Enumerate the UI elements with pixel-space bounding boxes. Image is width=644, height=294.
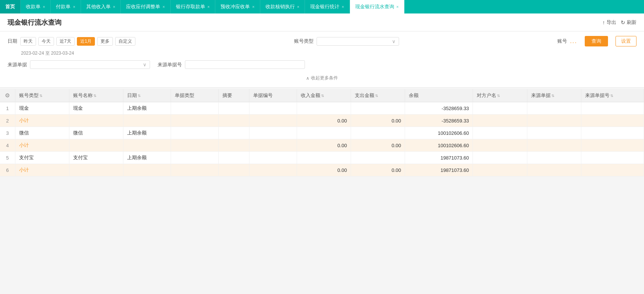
export-button[interactable]: ↑ 导出 xyxy=(602,19,616,26)
nav-ap-adjust[interactable]: 应收应付调整单 × xyxy=(121,0,170,13)
nav-other-income[interactable]: 其他收入单 × xyxy=(81,0,121,13)
balance-cell: -3528659.33 xyxy=(405,102,473,115)
col-doc-no: 单据编号 xyxy=(249,89,297,102)
balance-cell: 100102606.60 xyxy=(405,139,473,152)
date-custom[interactable]: 自定义 xyxy=(115,37,135,46)
top-nav: 首页 收款单 × 付款单 × 其他收入单 × 应收应付调整单 × 银行存取款单 … xyxy=(0,0,644,13)
nav-advance-offset-close[interactable]: × xyxy=(252,4,254,9)
account-type-select[interactable]: ∨ xyxy=(317,37,399,46)
query-button[interactable]: 查询 xyxy=(585,36,608,46)
source-doc-no-cell xyxy=(581,115,644,127)
account-name-cell: 支付宝 xyxy=(69,152,123,164)
account-type-cell: 小计 xyxy=(15,139,69,152)
income-cell xyxy=(297,127,351,139)
expense-cell: 0.00 xyxy=(351,139,405,152)
account-type-cell: 小计 xyxy=(15,115,69,127)
collapse-label: 收起更多条件 xyxy=(311,75,338,81)
col-date[interactable]: 日期⇅ xyxy=(123,89,171,102)
date-yesterday[interactable]: 昨天 xyxy=(20,37,36,46)
date-1month[interactable]: 近1月 xyxy=(77,37,95,46)
summary-cell xyxy=(218,139,249,152)
page-title: 现金银行流水查询 xyxy=(8,18,62,27)
date-7days[interactable]: 近7天 xyxy=(56,37,75,46)
col-income[interactable]: 收入金额⇅ xyxy=(297,89,351,102)
page-header: 现金银行流水查询 ↑ 导出 ↻ 刷新 xyxy=(0,13,644,31)
seq-cell: 1 xyxy=(0,102,15,115)
income-cell: 0.00 xyxy=(297,164,351,176)
doc-no-cell xyxy=(249,102,297,115)
nav-cash-bank-stat-close[interactable]: × xyxy=(342,4,344,9)
seq-cell: 4 xyxy=(0,139,15,152)
nav-receipt[interactable]: 收款单 × xyxy=(21,0,51,13)
source-doc-no-input[interactable] xyxy=(185,60,305,69)
col-expense[interactable]: 支出金额⇅ xyxy=(351,89,405,102)
account-name-cell xyxy=(69,164,123,176)
doc-type-cell xyxy=(171,139,219,152)
date-cell: 上期余额 xyxy=(123,152,171,164)
refresh-button[interactable]: ↻ 刷新 xyxy=(621,19,636,26)
filter-row-1: 日期 昨天 今天 近7天 近1月 更多 自定义 账号类型 ∨ 账号 ... xyxy=(8,36,636,46)
date-cell: 上期余额 xyxy=(123,127,171,139)
summary-cell xyxy=(218,102,249,115)
table-row: 4小计0.000.00100102606.60 xyxy=(0,139,644,152)
account-ellipsis[interactable]: ... xyxy=(570,38,577,45)
counterpart-cell xyxy=(473,102,527,115)
col-account-type[interactable]: 账号类型⇅ xyxy=(15,89,69,102)
table-row: 1现金现金上期余额-3528659.33 xyxy=(0,102,644,115)
expense-cell xyxy=(351,127,405,139)
counterpart-cell xyxy=(473,127,527,139)
data-table: ⚙ 账号类型⇅ 账号名称⇅ 日期⇅ 单据类型 摘要 单据编号 收入金额⇅ xyxy=(0,89,644,176)
nav-payment-close[interactable]: × xyxy=(73,4,75,9)
col-account-name[interactable]: 账号名称⇅ xyxy=(69,89,123,102)
nav-cash-bank-flow[interactable]: 现金银行流水查询 × xyxy=(350,0,404,13)
balance-cell: 19871073.60 xyxy=(405,152,473,164)
account-type-cell: 微信 xyxy=(15,127,69,139)
date-options: 昨天 今天 近7天 近1月 更多 自定义 xyxy=(20,37,135,46)
filter-area: 日期 昨天 今天 近7天 近1月 更多 自定义 账号类型 ∨ 账号 ... xyxy=(0,31,644,88)
date-today[interactable]: 今天 xyxy=(38,37,54,46)
col-counterpart[interactable]: 对方户名⇅ xyxy=(473,89,527,102)
export-icon: ↑ xyxy=(602,19,605,25)
doc-no-cell xyxy=(249,152,297,164)
counterpart-cell xyxy=(473,139,527,152)
source-doc-select[interactable]: ∨ xyxy=(30,60,150,69)
nav-home[interactable]: 首页 xyxy=(0,0,21,13)
nav-collection-exec-close[interactable]: × xyxy=(297,4,299,9)
collapse-bar[interactable]: ∧ 收起更多条件 xyxy=(8,73,636,83)
col-settings-icon[interactable]: ⚙ xyxy=(5,92,10,98)
table-container: ⚙ 账号类型⇅ 账号名称⇅ 日期⇅ 单据类型 摘要 单据编号 收入金额⇅ xyxy=(0,89,644,176)
col-source-doc-no[interactable]: 来源单据号⇅ xyxy=(581,89,644,102)
summary-cell xyxy=(218,164,249,176)
balance-cell: 19871073.60 xyxy=(405,164,473,176)
nav-cash-bank-flow-close[interactable]: × xyxy=(396,4,399,9)
nav-ap-adjust-close[interactable]: × xyxy=(162,4,165,9)
counterpart-cell xyxy=(473,115,527,127)
settings-button[interactable]: 设置 xyxy=(615,36,636,46)
date-more[interactable]: 更多 xyxy=(97,37,113,46)
col-source-doc[interactable]: 来源单据⇅ xyxy=(527,89,581,102)
income-cell: 0.00 xyxy=(297,139,351,152)
source-doc-cell xyxy=(527,139,581,152)
balance-cell: 100102606.60 xyxy=(405,127,473,139)
doc-type-cell xyxy=(171,152,219,164)
nav-cash-bank-stat[interactable]: 现金银行统计 × xyxy=(305,0,350,13)
doc-no-cell xyxy=(249,164,297,176)
balance-cell: -3528659.33 xyxy=(405,115,473,127)
nav-payment[interactable]: 付款单 × xyxy=(51,0,81,13)
col-settings[interactable]: ⚙ xyxy=(0,89,15,102)
nav-collection-exec[interactable]: 收款核销执行 × xyxy=(260,0,305,13)
account-type-cell: 小计 xyxy=(15,164,69,176)
source-doc-no-cell xyxy=(581,152,644,164)
nav-bank-deposit-close[interactable]: × xyxy=(207,4,210,9)
date-range-display: 2023-02-24 至 2023-03-24 xyxy=(21,50,74,57)
income-cell: 0.00 xyxy=(297,115,351,127)
filter-row-2: 来源单据 ∨ 来源单据号 xyxy=(8,60,636,69)
nav-other-income-close[interactable]: × xyxy=(113,4,115,9)
income-cell xyxy=(297,102,351,115)
nav-receipt-close[interactable]: × xyxy=(43,4,45,9)
nav-bank-deposit[interactable]: 银行存取款单 × xyxy=(171,0,215,13)
source-doc-label: 来源单据 xyxy=(8,61,27,68)
account-type-cell: 现金 xyxy=(15,102,69,115)
account-type-cell: 支付宝 xyxy=(15,152,69,164)
nav-advance-offset[interactable]: 预收冲应收单 × xyxy=(215,0,260,13)
